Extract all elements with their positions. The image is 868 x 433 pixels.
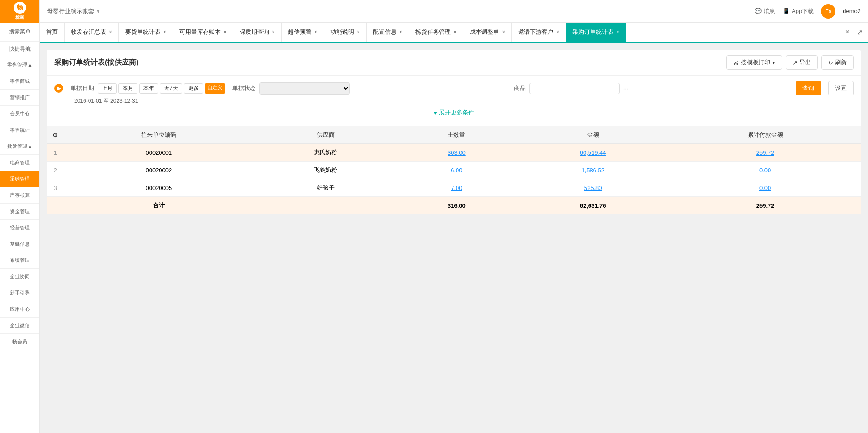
tab-home[interactable]: 首页 [40,23,65,42]
tab-cost-adj[interactable]: 成本调整单 × [463,23,512,42]
refresh-button[interactable]: ↻ 刷新 [821,55,854,70]
tab-close-icon[interactable]: × [616,29,619,35]
sidebar-search-section: 搜索菜单 [0,23,39,42]
sidebar-item-operation[interactable]: 经营管理 [0,220,39,236]
page-title: 采购订单统计表(按供应商) [54,58,139,67]
row-paid[interactable]: 259.72 [670,144,861,162]
sidebar-item-app-center[interactable]: 应用中心 [0,301,39,318]
tab-recv-send[interactable]: 收发存汇总表 × [65,23,119,42]
tab-help[interactable]: 功能说明 × [324,23,367,42]
expand-row: ▾ 展开更多条件 [54,105,854,120]
tab-close-icon[interactable]: × [272,29,275,35]
filter-area: ▶ 单据日期 上月 本月 本年 近7天 更多 自定义 [47,76,861,126]
date-last-month-button[interactable]: 上月 [98,83,117,94]
app-download-button[interactable]: 📱 App下载 [783,7,814,15]
tab-pick-task[interactable]: 拣货任务管理 × [409,23,463,42]
date-more-button[interactable]: 更多 [184,83,203,94]
status-select[interactable] [259,82,350,95]
row-amount[interactable]: 60,519.44 [516,144,670,162]
settings-button[interactable]: 设置 [828,81,854,95]
row-paid[interactable]: 0.00 [670,179,861,197]
query-button[interactable]: 查询 [796,81,821,95]
date-filter-group: 单据日期 上月 本月 本年 近7天 更多 自定义 [71,83,225,94]
goods-input[interactable] [529,83,620,94]
sidebar-item-marketing[interactable]: 营销推广 [0,90,39,106]
chevron-down-icon: ▲ [28,144,33,149]
tab-close-icon[interactable]: × [399,29,402,35]
tab-close-icon[interactable]: × [556,29,559,35]
tab-close-icon[interactable]: × [502,29,505,35]
export-button[interactable]: ↗ 导出 [786,55,818,70]
tab-invite-down-label: 邀请下游客户 [518,28,553,36]
row-paid[interactable]: 0.00 [670,162,861,179]
quick-nav-section: 快捷导航 [0,42,39,57]
message-icon: 💬 [755,8,762,14]
tab-close-icon[interactable]: × [314,29,317,35]
sidebar-item-new-guide[interactable]: 新手引导 [0,285,39,301]
expand-more-button[interactable]: ▾ 展开更多条件 [434,109,474,117]
table-row[interactable]: 1 00020001 惠氏奶粉 303.00 60,519.44 259.72 [47,144,861,162]
sidebar-item-inventory[interactable]: 库存核算 [0,187,39,204]
sidebar-item-vip[interactable]: 畅会员 [0,334,39,350]
tab-invite-down[interactable]: 邀请下游客户 × [512,23,566,42]
sidebar-item-ecom[interactable]: 电商管理 [0,155,39,171]
table-header-row: ⚙ 往来单位编码 供应商 主数量 金额 累计付款金额 [47,126,861,144]
row-quantity[interactable]: 303.00 [397,144,516,162]
sidebar-item-finance[interactable]: 资金管理 [0,204,39,220]
sidebar-item-collab[interactable]: 企业协同 [0,269,39,285]
date-this-year-button[interactable]: 本年 [139,83,158,94]
chevron-down-icon: ▲ [28,62,33,67]
topbar: 母婴行业演示账套 ▾ 💬 消息 📱 App下载 Ea demo2 [40,0,868,23]
sidebar-item-retail-shop[interactable]: 零售商城 [0,73,39,90]
tab-close-icon[interactable]: × [453,29,457,35]
print-button[interactable]: 🖨 按模板打印 ▾ [726,55,782,70]
expand-tabs-button[interactable]: ⤢ [855,26,864,38]
tab-purchase-stats[interactable]: 采购订单统计表 × [566,23,626,42]
sidebar-item-retail-mgmt[interactable]: 零售管理 ▲ [0,57,39,73]
row-amount[interactable]: 1,586.52 [516,162,670,179]
row-quantity[interactable]: 7.00 [397,179,516,197]
sidebar-item-member[interactable]: 会员中心 [0,106,39,122]
print-icon: 🖨 [733,59,739,66]
tab-close-icon[interactable]: × [223,29,226,35]
row-num: 2 [47,162,63,179]
sidebar-item-wholesale[interactable]: 批发管理 ▲ [0,138,39,155]
username-label[interactable]: demo2 [843,8,861,14]
table-row[interactable]: 3 00020005 好孩子 7.00 525.80 0.00 [47,179,861,197]
tab-warranty[interactable]: 保质期查询 × [233,23,282,42]
sidebar-item-basic-info[interactable]: 基础信息 [0,236,39,252]
tab-overstock[interactable]: 超储预警 × [282,23,324,42]
download-icon: 📱 [783,8,790,14]
table-row[interactable]: 2 00020002 飞鹤奶粉 6.00 1,586.52 0.00 [47,162,861,179]
tab-close-icon[interactable]: × [357,29,360,35]
sidebar-item-retail-stats[interactable]: 零售统计 [0,122,39,138]
search-menu-button[interactable]: 搜索菜单 [3,26,37,38]
message-button[interactable]: 💬 消息 [755,7,775,15]
total-supplier-empty [255,197,397,214]
date-range-text: 2016-01-01 至 2023-12-31 [74,98,138,104]
sidebar-item-wechat[interactable]: 企业微信 [0,318,39,334]
goods-more-icon[interactable]: ··· [623,85,628,92]
row-amount[interactable]: 525.80 [516,179,670,197]
col-settings: ⚙ [47,126,63,144]
tab-close-icon[interactable]: × [109,29,112,35]
tab-usable-stock[interactable]: 可用量库存账本 × [173,23,233,42]
col-paid: 累计付款金额 [670,126,861,144]
content-area: 采购订单统计表(按供应商) 🖨 按模板打印 ▾ ↗ 导出 ↻ 刷新 [40,43,868,433]
tab-close-icon[interactable]: × [163,29,166,35]
tab-order-stats[interactable]: 要货单统计表 × [119,23,173,42]
quick-nav-button[interactable]: 快捷导航 [0,42,39,57]
logo-text: 标题 [15,14,24,21]
user-avatar[interactable]: Ea [821,4,835,19]
tab-config[interactable]: 配置信息 × [367,23,409,42]
workspace-selector: 母婴行业演示账套 ▾ [47,7,749,15]
date-7days-button[interactable]: 近7天 [160,83,182,94]
date-this-month-button[interactable]: 本月 [118,83,137,94]
workspace-dropdown-icon[interactable]: ▾ [97,8,100,14]
tab-pick-task-label: 拣货任务管理 [415,28,451,36]
row-quantity[interactable]: 6.00 [397,162,516,179]
close-all-tabs-button[interactable]: × [844,26,851,38]
sidebar-item-purchase[interactable]: 采购管理 [0,171,39,187]
filter-toggle-button[interactable]: ▶ [54,84,63,93]
sidebar-item-system[interactable]: 系统管理 [0,252,39,269]
